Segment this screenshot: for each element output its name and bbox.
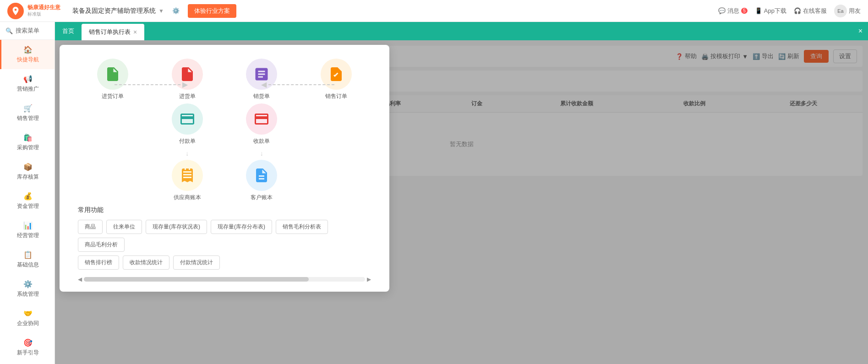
finance-icon: 💰: [23, 192, 33, 201]
func-btn-stock-dist[interactable]: 现存量(库存分布表): [211, 220, 272, 234]
label-sales-order: 销售订单: [325, 92, 347, 100]
node-customer-ledger[interactable]: [246, 160, 277, 191]
settings-icon[interactable]: ⚙️: [169, 5, 182, 17]
online-service-button[interactable]: 🎧 在线客服: [794, 7, 827, 15]
func-btns-row2: 销售排行榜 收款情况统计 付款情况统计: [78, 255, 371, 270]
common-functions-title: 常用功能: [78, 206, 371, 214]
sidebar-item-operations[interactable]: 📊 经营管理: [0, 216, 55, 245]
sidebar-search[interactable]: 🔍 搜索菜单: [0, 22, 55, 40]
func-btn-sales-profit[interactable]: 销售毛利分析表: [276, 220, 328, 234]
user-menu[interactable]: Ea 用友: [834, 5, 861, 17]
label-supplier-ledger: 供应商账本: [174, 194, 201, 201]
avatar: Ea: [834, 5, 847, 17]
system-icon: ⚙️: [23, 280, 33, 288]
enterprise-icon: 🤝: [23, 309, 33, 318]
func-btn-product[interactable]: 商品: [78, 220, 103, 234]
common-functions: 常用功能 商品 往来单位 现存量(库存状况表) 现存量(库存分布表) 销售毛利分…: [78, 206, 371, 270]
home-icon: 🏠: [23, 45, 33, 54]
label-customer-ledger: 客户账本: [251, 194, 273, 201]
scroll-left-arrow[interactable]: ◀: [78, 276, 82, 283]
experience-button[interactable]: 体验行业方案: [188, 4, 236, 18]
system-title: 装备及固定资产辅助管理系统 ▼: [72, 7, 164, 15]
sidebar-item-enterprise[interactable]: 🤝 企业协同: [0, 304, 55, 333]
func-btn-sales-ranking[interactable]: 销售排行榜: [78, 255, 119, 270]
inventory-icon: 📦: [23, 163, 33, 171]
modal-scrollbar: ◀ ▶: [78, 276, 371, 283]
tab-bar-close-icon[interactable]: ×: [853, 27, 868, 35]
message-badge: 5: [741, 8, 748, 14]
node-payment-bill[interactable]: [172, 103, 203, 135]
system-dropdown-icon[interactable]: ▼: [158, 8, 164, 14]
func-btn-stock-status[interactable]: 现存量(库存状况表): [146, 220, 207, 234]
search-icon: 🔍: [5, 27, 13, 34]
modal-overlay: 进货订单 进货单: [55, 40, 868, 364]
message-icon: 💬: [718, 7, 726, 14]
tab-bar: 首页 销售订单执行表 × ×: [55, 22, 868, 40]
node-purchase-order[interactable]: [97, 59, 128, 90]
flow-modal: 进货订单 进货单: [60, 45, 389, 292]
func-btn-product-profit[interactable]: 商品毛利分析: [78, 238, 125, 252]
sales-icon: 🛒: [23, 104, 33, 113]
tab-sales-order[interactable]: 销售订单执行表 ×: [82, 24, 144, 40]
label-payment-bill: 付款单: [179, 137, 196, 145]
page-content: ❓ 帮助 🖨️ 按模板打印 ▼ ⬆️ 导出 🔄 刷新: [55, 40, 868, 364]
guide-icon: 🎯: [23, 338, 33, 347]
scroll-right-arrow[interactable]: ▶: [367, 276, 371, 283]
node-sales-order[interactable]: [321, 59, 352, 90]
purchase-icon: 🛍️: [23, 133, 33, 142]
sidebar-item-inventory[interactable]: 📦 库存核算: [0, 157, 55, 186]
sidebar-item-quick-nav[interactable]: 🏠 快捷导航: [0, 40, 55, 69]
node-receipt-bill[interactable]: [246, 103, 277, 135]
sidebar-item-purchase[interactable]: 🛍️ 采购管理: [0, 128, 55, 157]
label-receipt-bill: 收款单: [253, 137, 270, 145]
func-btns-row1: 商品 往来单位 现存量(库存状况表) 现存量(库存分布表) 销售毛利分析表 商品…: [78, 220, 371, 252]
basic-info-icon: 📋: [23, 250, 33, 259]
sidebar: 🔍 搜索菜单 🏠 快捷导航 📢 营销推广 🛒 销售管理 🛍️ 采购管理 📦: [0, 22, 55, 364]
sidebar-item-system[interactable]: ⚙️ 系统管理: [0, 274, 55, 304]
logo-text: 畅康通好生意 标准版: [27, 4, 60, 17]
sidebar-item-basic-info[interactable]: 📋 基础信息: [0, 245, 55, 274]
app-download-button[interactable]: 📱 App下载: [755, 7, 786, 15]
tab-home[interactable]: 首页: [55, 22, 82, 40]
logo-title: 畅康通好生意: [27, 4, 60, 11]
marketing-icon: 📢: [23, 75, 33, 83]
func-btn-payment-stats[interactable]: 付款情况统计: [173, 255, 220, 270]
node-purchase-bill[interactable]: [172, 59, 203, 90]
func-btn-partner[interactable]: 往来单位: [106, 220, 142, 234]
logo: 畅康通好生意 标准版: [7, 3, 62, 19]
node-supplier-ledger[interactable]: [172, 160, 203, 191]
message-button[interactable]: 💬 消息 5: [718, 7, 748, 15]
func-btn-receipt-stats[interactable]: 收款情况统计: [123, 255, 169, 270]
service-icon: 🎧: [794, 7, 801, 14]
sidebar-item-marketing[interactable]: 📢 营销推广: [0, 69, 55, 98]
logo-icon: [7, 3, 24, 19]
label-purchase-order: 进货订单: [102, 92, 124, 100]
node-sales-bill[interactable]: [246, 59, 277, 90]
logo-subtitle: 标准版: [27, 11, 60, 17]
sidebar-item-sales[interactable]: 🛒 销售管理: [0, 98, 55, 128]
sidebar-item-guide[interactable]: 🎯 新手引导: [0, 333, 55, 362]
tab-close-icon[interactable]: ×: [133, 28, 137, 36]
operations-icon: 📊: [23, 221, 33, 230]
download-icon: 📱: [755, 7, 762, 14]
sidebar-item-finance[interactable]: 💰 资金管理: [0, 186, 55, 216]
